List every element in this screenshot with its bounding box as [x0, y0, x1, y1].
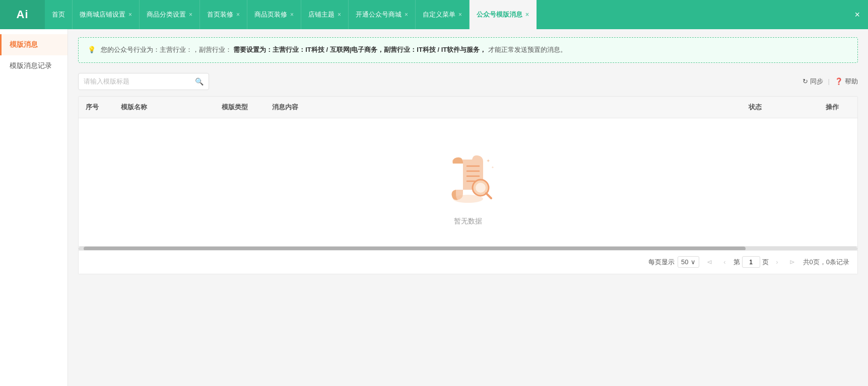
nav-tab-shop-theme[interactable]: 店铺主题× [301, 0, 349, 29]
tab-close-product-page-decor[interactable]: × [290, 11, 294, 18]
sidebar-item-template-msg-log[interactable]: 模版消息记录 [0, 55, 68, 76]
help-label: 帮助 [845, 77, 858, 86]
help-icon: ❓ [835, 78, 843, 85]
page-label: 第 [733, 258, 740, 267]
page-suffix: 页 [762, 258, 769, 267]
col-type: 模版类型 [215, 97, 265, 118]
empty-text: 暂无数据 [454, 217, 482, 226]
tab-close-template-msg[interactable]: × [525, 11, 529, 18]
page-size-dropdown[interactable]: 50 ∨ [678, 256, 699, 268]
sync-label: 同步 [810, 77, 823, 86]
logo: Ai [0, 0, 45, 29]
last-page-button[interactable]: ⊳ [786, 256, 799, 269]
notice-prefix: 您的公众号行业为：主营行业：，副营行业： [101, 46, 232, 53]
notice-suffix: 才能正常发送预置的消息。 [488, 46, 567, 53]
main-layout: 模版消息模版消息记录 💡 您的公众号行业为：主营行业：，副营行业： 需要设置为：… [0, 29, 868, 386]
empty-illustration: ✦ ✦ [438, 148, 498, 209]
page-nav: ⊲ ‹ 第 页 › ⊳ [703, 256, 799, 269]
tab-close-shop-theme[interactable]: × [338, 11, 341, 18]
svg-text:✦: ✦ [491, 166, 494, 169]
search-icon[interactable]: 🔍 [195, 78, 204, 86]
notice-box: 💡 您的公众号行业为：主营行业：，副营行业： 需要设置为：主营行业：IT科技 /… [78, 37, 858, 63]
nav-tabs: 首页微商城店铺设置×商品分类设置×首页装修×商品页装修×店铺主题×开通公众号商城… [45, 0, 846, 29]
sidebar: 模版消息模版消息记录 [0, 29, 68, 386]
empty-state: ✦ ✦ 暂无数据 [79, 118, 857, 246]
pagination: 每页显示 50 ∨ ⊲ ‹ 第 页 › ⊳ 共0页，0条记录 [79, 250, 857, 274]
col-name: 模版名称 [114, 97, 215, 118]
data-table: 序号 模版名称 模版类型 消息内容 状态 操作 [78, 96, 858, 274]
global-close-button[interactable]: × [846, 0, 868, 29]
nav-tab-open-wechat-mall[interactable]: 开通公众号商城× [349, 0, 416, 29]
page-size-select: 每页显示 50 ∨ [648, 256, 699, 268]
nav-tab-product-category[interactable]: 商品分类设置× [140, 0, 200, 29]
horizontal-scrollbar[interactable] [79, 246, 857, 250]
tab-close-open-wechat-mall[interactable]: × [405, 11, 408, 18]
nav-tab-template-msg[interactable]: 公众号模版消息× [470, 0, 537, 29]
scrollbar-track [79, 247, 857, 250]
tab-close-wsc-settings[interactable]: × [128, 11, 132, 18]
svg-text:✦: ✦ [486, 158, 490, 164]
col-status: 状态 [742, 97, 807, 118]
search-bar: 🔍 ↻ 同步 | ❓ 帮助 [78, 73, 858, 90]
svg-point-6 [476, 183, 486, 193]
content-area: 💡 您的公众号行业为：主营行业：，副营行业： 需要设置为：主营行业：IT科技 /… [68, 29, 868, 386]
page-size-label: 每页显示 [648, 258, 675, 267]
svg-line-7 [486, 193, 491, 198]
notice-icon: 💡 [88, 46, 96, 53]
sync-icon: ↻ [803, 78, 808, 85]
first-page-button[interactable]: ⊲ [703, 256, 716, 269]
nav-tab-product-page-decor[interactable]: 商品页装修× [247, 0, 301, 29]
tab-close-product-category[interactable]: × [189, 11, 192, 18]
search-input-wrap[interactable]: 🔍 [78, 73, 209, 90]
notice-highlight: 需要设置为：主营行业：IT科技 / 互联网|电子商务，副营行业：IT科技 / I… [233, 46, 486, 53]
nav-tab-wsc-settings[interactable]: 微商城店铺设置× [73, 0, 140, 29]
dropdown-icon: ∨ [691, 258, 696, 266]
sidebar-item-template-msg[interactable]: 模版消息 [0, 34, 68, 55]
next-page-button[interactable]: › [771, 256, 784, 269]
current-page-input[interactable] [742, 256, 760, 268]
search-input[interactable] [84, 78, 195, 85]
nav-tab-home[interactable]: 首页 [45, 0, 73, 29]
page-size-value: 50 [681, 258, 688, 266]
col-seq: 序号 [79, 97, 114, 118]
tab-close-homepage-decor[interactable]: × [236, 11, 240, 18]
col-content: 消息内容 [265, 97, 742, 118]
scrollbar-thumb [84, 247, 746, 250]
help-button[interactable]: ❓ 帮助 [835, 77, 858, 86]
page-total: 共0页，0条记录 [803, 258, 849, 267]
top-nav: Ai 首页微商城店铺设置×商品分类设置×首页装修×商品页装修×店铺主题×开通公众… [0, 0, 868, 29]
col-action: 操作 [807, 97, 857, 118]
divider: | [828, 78, 830, 85]
tab-close-custom-menu[interactable]: × [458, 11, 462, 18]
table-header: 序号 模版名称 模版类型 消息内容 状态 操作 [79, 97, 857, 118]
toolbar-right: ↻ 同步 | ❓ 帮助 [803, 77, 858, 86]
sync-button[interactable]: ↻ 同步 [803, 77, 823, 86]
nav-tab-custom-menu[interactable]: 自定义菜单× [416, 0, 470, 29]
prev-page-button[interactable]: ‹ [718, 256, 731, 269]
nav-tab-homepage-decor[interactable]: 首页装修× [200, 0, 247, 29]
